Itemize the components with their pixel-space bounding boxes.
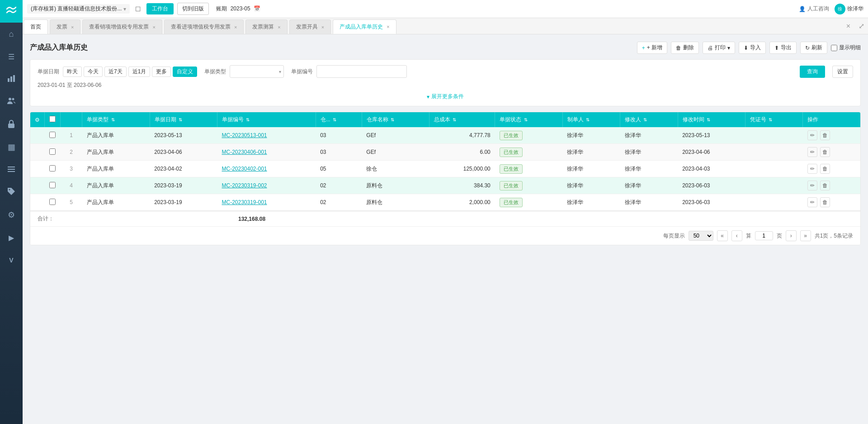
edit-icon[interactable]: ✏	[807, 130, 817, 140]
delete-row-icon[interactable]: 🗑	[820, 181, 830, 191]
tab-check-purchase-vat-close[interactable]: ×	[234, 24, 237, 30]
th-warehouse-code[interactable]: 仓... ⇅	[316, 112, 362, 127]
tab-home[interactable]: 首页	[24, 19, 48, 34]
refresh-button[interactable]: ↻ 刷新	[800, 42, 827, 54]
sidebar-item-list[interactable]	[0, 158, 23, 181]
company-selector[interactable]: (库存核算) 直播轻颛通信息技术股份... ▾	[27, 4, 130, 14]
doc-num-input[interactable]	[316, 65, 407, 78]
cell-settings[interactable]	[30, 144, 45, 161]
import-button[interactable]: ⬇ 导入	[739, 42, 766, 54]
row-checkbox[interactable]	[49, 182, 56, 188]
th-voucher[interactable]: 凭证号 ⇅	[745, 112, 803, 127]
page-input[interactable]	[755, 231, 773, 240]
th-doc-date[interactable]: 单据日期 ⇅	[150, 112, 217, 127]
delete-row-icon[interactable]: 🗑	[820, 147, 830, 157]
next-page-button[interactable]: ›	[786, 230, 797, 241]
tab-check-sale-vat-close[interactable]: ×	[152, 24, 155, 30]
edit-icon[interactable]: ✏	[807, 197, 817, 207]
first-page-button[interactable]: «	[717, 230, 728, 241]
th-modifier[interactable]: 修改人 ⇅	[620, 112, 678, 127]
edit-icon[interactable]: ✏	[807, 147, 817, 157]
delete-button[interactable]: 🗑 删除	[671, 42, 699, 54]
cell-settings[interactable]	[30, 177, 45, 194]
tab-invoice-calc-close[interactable]: ×	[278, 24, 280, 30]
row-checkbox[interactable]	[49, 148, 56, 155]
print-button[interactable]: 🖨 打印 ▾	[703, 42, 735, 54]
sidebar-item-grid[interactable]: ▦	[0, 136, 23, 158]
cell-checkbox[interactable]	[45, 127, 61, 144]
prev-page-button[interactable]: ‹	[731, 230, 742, 241]
date-btn-7days[interactable]: 近7天	[104, 67, 127, 77]
tab-product-inbound-history-close[interactable]: ×	[387, 24, 389, 29]
th-creator[interactable]: 制单人 ⇅	[562, 112, 620, 127]
tab-invoice-close[interactable]: ×	[71, 24, 74, 30]
th-doc-num[interactable]: 单据编号 ⇅	[217, 112, 316, 127]
cell-settings[interactable]	[30, 127, 45, 144]
cell-settings[interactable]	[30, 161, 45, 177]
date-btn-custom[interactable]: 自定义	[173, 67, 197, 77]
edit-icon[interactable]: ✏	[807, 164, 817, 174]
export-button[interactable]: ⬆ 导出	[769, 42, 797, 54]
edit-icon[interactable]: ✏	[807, 181, 817, 191]
sidebar-item-lock[interactable]	[0, 113, 23, 136]
th-total-cost[interactable]: 总成本 ⇅	[429, 112, 495, 127]
delete-row-icon[interactable]: 🗑	[820, 164, 830, 174]
sidebar-item-video[interactable]: ▶	[0, 226, 23, 249]
doc-type-select[interactable]	[230, 65, 284, 78]
th-doc-type[interactable]: 单据类型 ⇅	[82, 112, 150, 127]
cell-doc-num[interactable]: MC-20230319-001	[217, 194, 316, 211]
select-all-checkbox[interactable]	[49, 116, 56, 122]
sidebar-item-chart[interactable]	[0, 68, 23, 91]
expand-more-button[interactable]: ▾ 展开更多条件	[38, 93, 853, 100]
cell-settings[interactable]	[30, 194, 45, 211]
th-settings[interactable]: ⚙	[30, 112, 45, 127]
sidebar-item-tag[interactable]	[0, 181, 23, 204]
setting-button[interactable]: 设置	[832, 66, 853, 78]
user-info[interactable]: 徐 徐泽华	[835, 4, 863, 14]
th-modify-time[interactable]: 修改时间 ⇅	[678, 112, 745, 127]
delete-row-icon[interactable]: 🗑	[820, 130, 830, 140]
tab-invoice[interactable]: 发票 ×	[50, 19, 80, 34]
th-warehouse-name[interactable]: 仓库名称 ⇅	[362, 112, 429, 127]
sidebar-item-v[interactable]: V	[0, 249, 23, 272]
per-page-select[interactable]: 50 100 200	[689, 231, 713, 241]
sidebar-item-settings[interactable]: ⚙	[0, 204, 23, 226]
date-btn-1month[interactable]: 近1月	[128, 67, 151, 77]
show-detail-toggle[interactable]: 显示明细	[831, 44, 861, 52]
tab-invoice-calc[interactable]: 发票测算 ×	[245, 19, 287, 34]
close-all-tabs-button[interactable]: ×	[842, 22, 855, 30]
calendar-icon[interactable]: 📅	[254, 5, 260, 12]
help-label[interactable]: 👤 人工咨询	[799, 5, 829, 13]
delete-row-icon[interactable]: 🗑	[820, 197, 830, 207]
show-detail-checkbox[interactable]	[831, 45, 837, 51]
cell-doc-num[interactable]: MC-20230513-001	[217, 127, 316, 144]
workbench-button[interactable]: 工作台	[146, 3, 174, 14]
th-doc-status[interactable]: 单据状态 ⇅	[495, 112, 562, 127]
cell-doc-num[interactable]: MC-20230402-001	[217, 161, 316, 177]
date-btn-more[interactable]: 更多	[152, 67, 171, 77]
cell-checkbox[interactable]	[45, 161, 61, 177]
expand-tabs-button[interactable]: ⤢	[855, 22, 868, 30]
last-page-button[interactable]: »	[800, 230, 811, 241]
cell-checkbox[interactable]	[45, 144, 61, 161]
th-checkbox[interactable]	[45, 112, 61, 127]
date-btn-today[interactable]: 今天	[84, 67, 103, 77]
sidebar-item-home[interactable]: ⌂	[0, 23, 23, 45]
tab-invoice-open[interactable]: 发票开具 ×	[289, 19, 331, 34]
row-checkbox[interactable]	[49, 132, 56, 138]
cell-doc-num[interactable]: MC-20230319-002	[217, 177, 316, 194]
row-checkbox[interactable]	[49, 199, 56, 205]
doc-copy-icon[interactable]: ☐	[135, 5, 141, 13]
cell-checkbox[interactable]	[45, 177, 61, 194]
cell-doc-num[interactable]: MC-20230406-001	[217, 144, 316, 161]
tab-check-sale-vat[interactable]: 查看销项增值税专用发票 ×	[82, 19, 162, 34]
switch-old-button[interactable]: 切到旧版	[177, 3, 209, 15]
sidebar-item-document[interactable]: ☰	[0, 45, 23, 68]
date-btn-yesterday[interactable]: 昨天	[63, 67, 82, 77]
new-button[interactable]: + + 新增	[637, 42, 667, 54]
sidebar-item-people[interactable]	[0, 91, 23, 113]
tab-check-purchase-vat[interactable]: 查看进项增值税专用发票 ×	[164, 19, 244, 34]
app-logo[interactable]	[0, 0, 23, 23]
tab-product-inbound-history[interactable]: 产成品入库单历史 ×	[333, 19, 396, 34]
cell-checkbox[interactable]	[45, 194, 61, 211]
